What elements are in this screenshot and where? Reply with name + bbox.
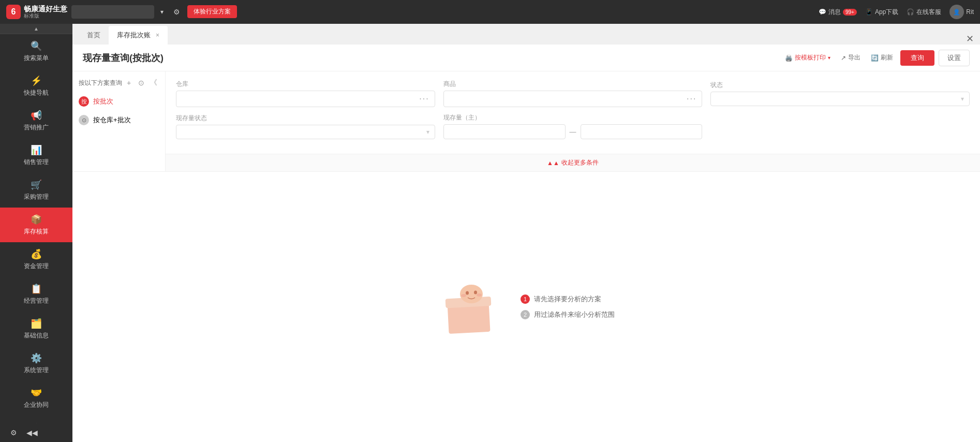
scheme-label-by-batch: 按批次 <box>93 97 113 106</box>
stock-qty-min-input[interactable] <box>443 124 566 139</box>
status-select[interactable]: ▾ <box>710 92 970 106</box>
warehouse-text-input[interactable] <box>182 95 419 103</box>
purchase-icon: 🛒 <box>31 179 42 190</box>
query-btn[interactable]: 查询 <box>900 50 934 66</box>
stock-qty-max-input[interactable] <box>581 124 703 139</box>
sidebar-label-quick-nav: 快捷导航 <box>24 89 49 97</box>
logo-icon: 6 <box>6 5 21 19</box>
tab-inventory-batch[interactable]: 库存批次账 × <box>109 26 168 45</box>
collapse-sidebar-btn[interactable]: ◀◀ <box>25 425 39 440</box>
add-scheme-btn[interactable]: + <box>124 78 134 88</box>
export-btn[interactable]: ↗ 导出 <box>838 51 864 64</box>
collapse-more-bar[interactable]: ▲▲ 收起更多条件 <box>166 154 980 171</box>
sidebar-item-inventory[interactable]: 📦 库存核算 <box>0 208 72 242</box>
message-item[interactable]: 💬 消息 99+ <box>819 8 857 17</box>
app-edition: 标准版 <box>24 13 67 19</box>
scheme-settings-btn[interactable]: ⊙ <box>136 78 146 88</box>
chevron-up-icon: ▲ <box>34 26 39 32</box>
sidebar-item-sales[interactable]: 📊 销售管理 <box>0 138 72 173</box>
export-label: 导出 <box>848 53 860 62</box>
finance-icon: 💰 <box>31 248 42 260</box>
message-icon: 💬 <box>819 8 826 16</box>
svg-rect-0 <box>448 303 491 334</box>
sidebar-item-search[interactable]: 🔍 搜索菜单 <box>0 34 72 69</box>
gear-icon[interactable]: ⚙ <box>170 5 183 19</box>
topbar-right: 💬 消息 99+ 📱 App下载 🎧 在线客服 👤 Rit <box>819 5 974 19</box>
sidebar-item-operations[interactable]: 📋 经营管理 <box>0 277 72 312</box>
chevron-up-more-icon: ▲▲ <box>547 159 559 167</box>
range-separator: — <box>570 128 576 136</box>
sidebar-item-quick-nav[interactable]: ⚡ 快捷导航 <box>0 69 72 104</box>
svg-point-3 <box>466 291 469 295</box>
scheme-item-by-warehouse-batch[interactable]: ⊙ 按仓库+批次 <box>72 111 165 129</box>
scheme-header-label: 按以下方案查询 <box>79 79 122 87</box>
svg-point-6 <box>477 293 482 297</box>
collapse-more-label: 收起更多条件 <box>561 158 599 167</box>
filter-area: 按以下方案查询 + ⊙ 《 按 按批次 <box>72 71 980 172</box>
inventory-icon: 📦 <box>31 214 42 225</box>
sidebar-scroll-up[interactable]: ▲ <box>0 24 72 34</box>
online-service-label: 在线客服 <box>916 8 941 17</box>
sidebar-item-system[interactable]: ⚙️ 系统管理 <box>0 346 72 381</box>
scheme-icon-by-warehouse-batch: ⊙ <box>79 115 89 125</box>
stock-status-select[interactable]: ▾ <box>176 125 435 139</box>
scheme-icon-label-2: ⊙ <box>82 117 86 124</box>
topbar-dropdown-btn[interactable]: ▾ <box>158 7 166 17</box>
product-label: 商品 <box>443 80 703 89</box>
sidebar-label-system: 系统管理 <box>24 366 49 375</box>
operations-icon: 📋 <box>31 283 42 294</box>
sidebar-item-finance[interactable]: 💰 资金管理 <box>0 242 72 277</box>
product-text-input[interactable] <box>449 95 687 103</box>
scheme-header: 按以下方案查询 + ⊙ 《 <box>72 78 165 92</box>
empty-state: 1 请先选择要分析的方案 2 用过滤条件来缩小分析范围 <box>72 172 980 442</box>
marketing-icon: 📢 <box>31 110 42 121</box>
user-item[interactable]: 👤 Rit <box>949 5 974 19</box>
sidebar-item-basic[interactable]: 🗂️ 基础信息 <box>0 312 72 346</box>
status-field: 状态 ▾ <box>710 81 970 106</box>
warehouse-more-icon[interactable]: ··· <box>419 94 429 104</box>
sidebar-item-marketing[interactable]: 📢 营销推广 <box>0 104 72 138</box>
refresh-icon: 🔄 <box>871 54 879 62</box>
sidebar-label-operations: 经营管理 <box>24 297 49 305</box>
user-avatar-icon: 👤 <box>953 9 960 16</box>
settings-bottom-btn[interactable]: ⚙ <box>6 425 21 440</box>
page-content: 现存量查询(按批次) 🖨️ 按模板打印 ▾ ↗ 导出 🔄 刷新 <box>72 45 980 442</box>
sidebar-bottom: ⚙ ◀◀ <box>0 423 72 442</box>
enterprise-icon: 🤝 <box>31 387 42 399</box>
close-panel-btn[interactable]: ✕ <box>966 33 974 45</box>
tab-home-label: 首页 <box>87 31 100 40</box>
sidebar-item-purchase[interactable]: 🛒 采购管理 <box>0 173 72 208</box>
product-input[interactable]: ··· <box>443 91 703 107</box>
online-service-item[interactable]: 🎧 在线客服 <box>907 8 941 17</box>
collapse-scheme-btn[interactable]: 《 <box>149 78 159 88</box>
filter-row-1: 仓库 ··· 商品 ··· <box>176 80 970 107</box>
system-icon: ⚙️ <box>31 352 42 364</box>
product-more-icon[interactable]: ··· <box>687 94 696 104</box>
app-download-item[interactable]: 📱 App下载 <box>865 8 898 17</box>
page-header: 现存量查询(按批次) 🖨️ 按模板打印 ▾ ↗ 导出 🔄 刷新 <box>72 45 980 71</box>
main-layout: ▲ 🔍 搜索菜单 ⚡ 快捷导航 📢 营销推广 📊 销售管理 🛒 采购管理 📦 库… <box>0 24 980 442</box>
print-btn[interactable]: 🖨️ 按模板打印 ▾ <box>782 51 834 64</box>
search-input[interactable] <box>71 5 154 19</box>
message-label: 消息 <box>828 8 841 17</box>
chevron-down-status-icon: ▾ <box>961 95 964 102</box>
empty-step-2: 2 用过滤条件来缩小分析范围 <box>521 310 615 319</box>
sales-icon: 📊 <box>31 144 42 156</box>
refresh-btn[interactable]: 🔄 刷新 <box>868 51 896 64</box>
tab-close-btn[interactable]: × <box>156 32 159 39</box>
experience-btn[interactable]: 体验行业方案 <box>187 5 237 18</box>
print-dropdown-icon: ▾ <box>828 55 830 61</box>
tab-home[interactable]: 首页 <box>79 26 109 45</box>
sidebar-item-enterprise[interactable]: 🤝 企业协同 <box>0 381 72 416</box>
scheme-icon-by-batch: 按 <box>79 96 89 107</box>
scheme-item-by-batch[interactable]: 按 按批次 <box>72 92 165 111</box>
svg-point-5 <box>461 294 466 297</box>
settings-btn[interactable]: 设置 <box>939 50 970 66</box>
stock-qty-field: 现存量（主） — <box>443 113 703 139</box>
topbar: 6 畅康通好生意 标准版 ▾ ⚙ 体验行业方案 💬 消息 99+ 📱 App下载… <box>0 0 980 24</box>
refresh-label: 刷新 <box>881 53 893 62</box>
sidebar: ▲ 🔍 搜索菜单 ⚡ 快捷导航 📢 营销推广 📊 销售管理 🛒 采购管理 📦 库… <box>0 24 72 442</box>
warehouse-input[interactable]: ··· <box>176 91 435 107</box>
quick-nav-icon: ⚡ <box>31 75 42 86</box>
product-field: 商品 ··· <box>443 80 703 107</box>
